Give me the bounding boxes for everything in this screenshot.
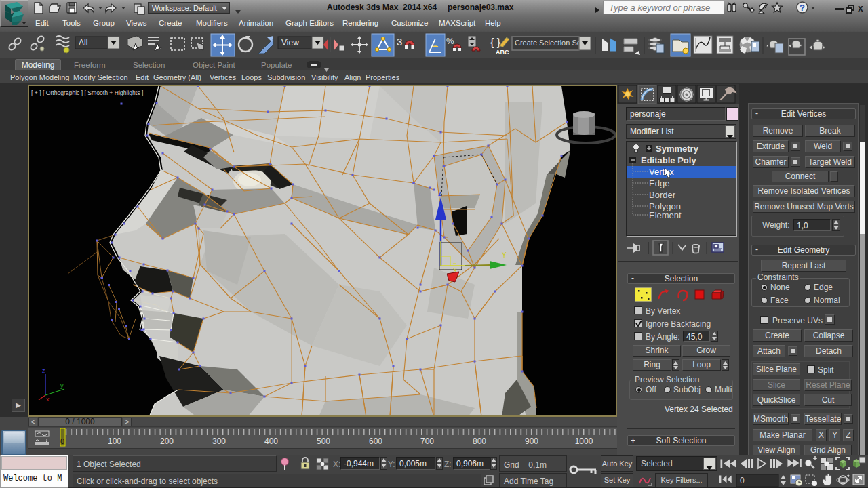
svg-text:300: 300 [212,436,226,446]
svg-text:?: ? [800,3,805,13]
svg-text:0: 0 [60,437,64,445]
svg-text:400: 400 [264,436,278,446]
svg-text:Edge: Edge [649,178,669,188]
svg-text:Symmetry: Symmetry [656,144,699,154]
svg-text:[ + ] [ Orthographic ] [ Smoot: [ + ] [ Orthographic ] [ Smooth + Highli… [31,89,143,96]
svg-text:ABC: ABC [496,49,509,56]
svg-text:Element: Element [649,210,682,220]
svg-text:All: All [79,38,87,47]
svg-text:View: View [281,38,299,47]
svg-text:Border: Border [649,190,676,200]
svg-text:800: 800 [473,436,486,446]
svg-text:%: % [446,36,454,46]
svg-text:Y: Y [502,251,507,259]
svg-text:z: z [438,190,441,197]
svg-text:z: z [42,367,45,374]
svg-text:=: = [453,259,456,266]
svg-text:900: 900 [525,436,538,446]
svg-text:100: 100 [108,436,121,446]
svg-text:1000: 1000 [575,436,593,446]
svg-text:y: y [60,382,64,389]
svg-text:{ }: { } [490,37,501,48]
svg-text:Editable Poly: Editable Poly [641,155,696,165]
svg-text:200: 200 [160,436,174,446]
svg-text:700: 700 [420,436,434,446]
svg-text:x: x [46,396,50,403]
svg-text:Vertex: Vertex [649,167,674,177]
svg-text:3: 3 [397,36,402,47]
svg-text:Create Selection Se: Create Selection Se [515,39,581,47]
svg-text:0: 0 [740,476,745,485]
svg-text:500: 500 [317,436,330,446]
svg-text:600: 600 [369,436,382,446]
